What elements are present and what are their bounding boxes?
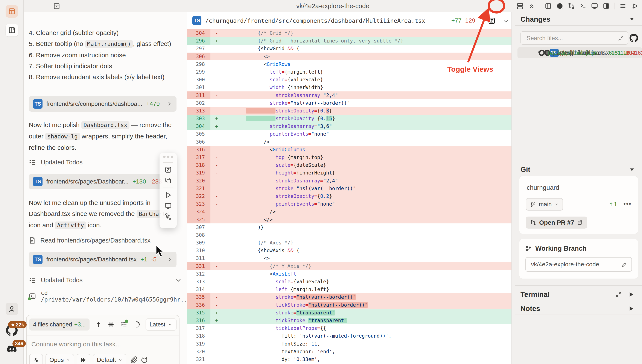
diff-row: 313- strokeOpacity={0.3} [187,107,511,114]
todos-status-icon[interactable] [120,321,127,328]
edit-pencil-icon[interactable] [621,262,627,268]
diff-view-icon[interactable] [488,17,495,25]
terminal-header[interactable]: Terminal [520,290,549,298]
toolbar-divider [614,2,615,10]
diff-row: 331- {/* Y Axis */} [187,262,511,270]
menu-icon[interactable] [619,2,626,10]
left-panel-icon[interactable] [544,2,552,10]
files-changed-chip[interactable]: 4 files changed +3... [29,318,90,330]
working-branch-card: Working Branch vk/4e2a-explore-the-code [519,239,638,279]
diff-row: 312 <AxisLeft [187,270,511,278]
diff-row: 307 )} [187,224,511,231]
diff-row: 324- /> [187,208,511,216]
tree-item-package-lock.json[interactable]: package-lock.json+6 [517,47,642,58]
git-compare-icon[interactable] [568,2,575,10]
assistant-list-item: 5. Better tooltip (no Math.random(), gla… [29,38,177,50]
diff-row: 306 /> [187,138,511,146]
chevron-right-icon [167,257,172,262]
terminal-command-row[interactable]: cd /private/var/folders/10/h7w0q46556ggr… [29,290,187,302]
file-chip-dashboard[interactable]: TS frontend/src/pages/Dashboar... +130 -… [29,174,177,189]
cat-icon[interactable] [140,356,148,364]
mode-dropdown[interactable]: Default [93,354,126,364]
shrink-icon[interactable] [618,36,623,41]
diff-row: 300 scale={valueScale} [187,76,511,84]
chevron-down-icon[interactable] [503,18,509,24]
play-icon[interactable] [165,190,172,200]
diff-row: 309 {/* Axes */} [187,239,511,246]
toolbar-divider [540,2,540,10]
arrow-up-icon[interactable] [95,321,102,328]
assistant-paragraph: Now let me clean up the unused imports i… [29,197,177,231]
ts-file-icon: TS [192,16,201,25]
expand-icon[interactable] [615,291,622,298]
monitor-icon[interactable] [591,2,598,10]
more-menu[interactable]: ••• [623,200,631,208]
diff-row: 296+ {/* Grid — horizontal lines only, v… [187,37,511,45]
diff-row: 319 fontSize: 11, [187,340,511,348]
chevron-right-triangle-icon[interactable] [629,292,634,297]
window-archive-icon[interactable] [53,2,60,10]
ts-file-icon: TS [33,255,43,264]
notes-header[interactable]: Notes [520,304,540,313]
window-title: vk/4e2a-explore-the-code [296,2,369,10]
updated-todos-row-2[interactable]: Updated Todos [29,274,182,286]
branch-dropdown[interactable]: main [526,198,563,210]
chevron-right-triangle-icon[interactable] [629,306,634,312]
diff-row: 320- strokeDasharray="2,4" [187,177,511,184]
fast-forward-button[interactable] [77,354,90,364]
collapse-all-icon[interactable] [528,2,535,10]
collapse-triangle-icon[interactable] [629,18,634,21]
diff-row: 302 stroke="hsl(var(--border))" [187,99,511,107]
profile-button[interactable] [6,302,18,315]
diff-row: 311 <> [187,254,511,262]
diff-rows: 304- {/* Grid */}296+ {/* Grid — horizon… [187,29,511,363]
diff-row: 322- strokeOpacity={0.2} [187,192,511,200]
megaphone-icon[interactable] [631,2,638,10]
file-chip-dashboard-2[interactable]: TS frontend/src/pages/Dashboard.tsx +1 -… [29,252,177,267]
spark-icon[interactable] [108,321,115,328]
git-header[interactable]: Git [520,166,530,174]
search-files-input[interactable]: Search files... [520,31,628,45]
assistant-list-item: 4. Cleaner grid (subtler opacity) [29,27,177,38]
terminal-icon[interactable] [579,2,586,10]
toggle-views-icon[interactable] [516,2,524,10]
diff-row: 306- <> [187,52,511,60]
collapse-triangle-icon[interactable] [629,168,634,172]
diff-row: 303+ strokeOpacity={0.15} [187,114,511,122]
diff-header: TS /churnguard/frontend/src/components/d… [187,12,511,29]
settings-sliders-button[interactable] [29,354,43,364]
model-dropdown[interactable]: Opus [46,354,74,364]
read-file-row[interactable]: Read frontend/src/pages/Dashboard.tsx [29,235,151,246]
kanban-view-button[interactable] [6,24,18,36]
changes-header[interactable]: Changes [520,15,550,24]
updated-todos-row[interactable]: Updated Todos [29,157,83,168]
diff-file-path: /churnguard/frontend/src/components/dash… [205,17,425,24]
attachment-icon[interactable] [131,356,138,364]
open-pr-button[interactable]: Open PR #7 [526,216,587,228]
chat-bubble-icon[interactable] [556,2,563,10]
diff-row: 304- {/* Grid */} [187,29,511,37]
cat-icon[interactable] [629,34,638,42]
diff-row: 311- strokeDasharray="2,4" [187,92,511,99]
diff-row: 308 [187,231,511,239]
git-compare-icon[interactable] [165,211,172,222]
floating-toolbar[interactable] [160,152,177,228]
diff-row: 297 {showGrid && ( [187,45,511,52]
ts-file-icon: TS [33,99,43,108]
right-panel-filled-icon[interactable] [602,2,610,10]
diff-row: 321 dy: '0.33em', [187,356,511,363]
drag-handle-icon[interactable] [163,156,173,158]
file-chip-multilinearea[interactable]: TS frontend/src/components/dashboa... +4… [29,96,177,112]
diff-icon[interactable] [164,164,172,175]
layout-view-button[interactable] [6,5,18,18]
working-branch-input[interactable]: vk/4e2a-explore-the-code [525,257,632,272]
diff-row: 317 tickLabelProps={{ [187,324,511,332]
monitor-icon[interactable] [165,200,172,211]
version-dropdown[interactable]: Latest [146,318,177,330]
top-bar: vk/4e2a-explore-the-code [24,0,642,12]
assistant-list-item: 6. Remove zoom instruction noise [29,50,177,60]
diff-row: 335- stroke="hsl(var(--border))" [187,293,511,301]
copy-icon[interactable] [165,175,172,186]
composer-input[interactable]: Continue working on this task... [31,340,121,348]
diff-row: 310 {showAxis && ( [187,246,511,254]
